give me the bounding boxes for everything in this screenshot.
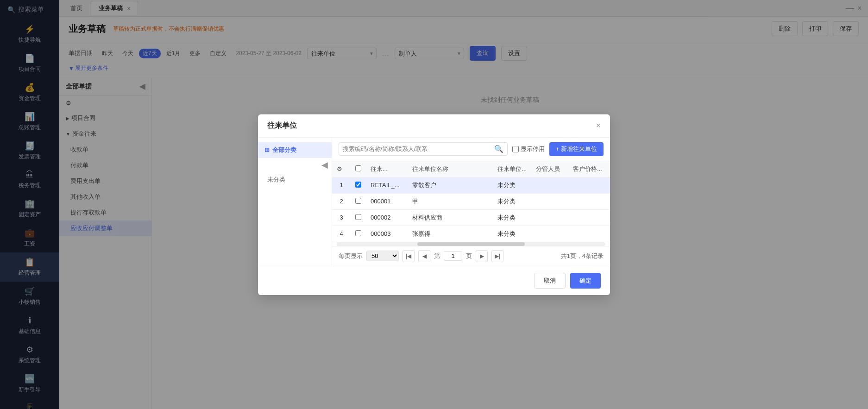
scroll-thumb[interactable]	[417, 242, 525, 246]
modal-cat-all[interactable]: ⊞ 全部分类	[258, 142, 332, 158]
row-code: 000002	[366, 209, 408, 226]
modal-overlay[interactable]: 往来单位 × ⊞ 全部分类 ◀ 未分类	[0, 0, 868, 409]
modal-close-btn[interactable]: ×	[596, 121, 601, 131]
row-checkbox[interactable]	[355, 230, 361, 236]
row-code: RETAIL_...	[366, 177, 408, 193]
page-suffix: 页	[466, 252, 472, 260]
modal-collapse-btn[interactable]: ◀	[321, 160, 328, 170]
row-category: 未分类	[493, 177, 531, 193]
page-label: 第	[434, 252, 440, 260]
table-row[interactable]: 4 000003 张嘉得 未分类	[332, 226, 610, 242]
row-category: 未分类	[493, 193, 531, 209]
row-code: 000003	[366, 226, 408, 242]
page-last-btn[interactable]: ▶|	[491, 250, 503, 262]
select-all-checkbox[interactable]	[355, 165, 361, 171]
modal-title: 往来单位	[267, 121, 297, 131]
page-prev-btn[interactable]: ◀	[418, 250, 430, 262]
horizontal-scrollbar[interactable]	[337, 242, 605, 246]
row-check	[351, 209, 366, 226]
search-wrap: 🔍	[339, 142, 508, 156]
partner-modal: 往来单位 × ⊞ 全部分类 ◀ 未分类	[258, 114, 610, 295]
pagination-bar: 每页显示 50 100 |◀ ◀ 第 页 ▶ ▶| 共1页，4条记录	[332, 246, 610, 266]
row-num: 1	[332, 177, 351, 193]
total-info: 共1页，4条记录	[561, 252, 604, 260]
modal-cat-unclassified[interactable]: 未分类	[258, 172, 332, 188]
row-category: 未分类	[493, 226, 531, 242]
modal-content: 🔍 显示停用 + 新增往来单位 ⚙	[332, 138, 610, 266]
page-first-btn[interactable]: |◀	[403, 250, 415, 262]
row-num: 3	[332, 209, 351, 226]
add-partner-btn[interactable]: + 新增往来单位	[549, 142, 604, 156]
row-person	[531, 226, 568, 242]
col-header-code: 往来...	[366, 161, 408, 177]
row-check	[351, 177, 366, 193]
cancel-button[interactable]: 取消	[534, 273, 566, 289]
show-disabled-wrap: 显示停用	[512, 145, 545, 153]
row-name: 材料供应商	[408, 209, 493, 226]
row-person	[531, 209, 568, 226]
col-header-category: 往来单位...	[493, 161, 531, 177]
modal-header: 往来单位 ×	[258, 114, 610, 138]
modal-table: ⚙ 往来... 往来单位名称 往来单位... 分管人员 客户价格...	[332, 161, 610, 242]
modal-actions: 取消 确定	[258, 266, 610, 295]
per-page-select[interactable]: 50 100	[366, 251, 399, 261]
row-check	[351, 193, 366, 209]
row-price	[568, 209, 610, 226]
modal-body: ⊞ 全部分类 ◀ 未分类 🔍	[258, 138, 610, 266]
row-price	[568, 193, 610, 209]
row-category: 未分类	[493, 209, 531, 226]
row-num: 4	[332, 226, 351, 242]
confirm-button[interactable]: 确定	[570, 273, 601, 289]
row-person	[531, 193, 568, 209]
search-icon: 🔍	[494, 145, 503, 153]
show-disabled-checkbox[interactable]	[512, 146, 519, 152]
row-name: 张嘉得	[408, 226, 493, 242]
page-input[interactable]	[444, 251, 462, 261]
col-header-price: 客户价格...	[568, 161, 610, 177]
table-row[interactable]: 3 000002 材料供应商 未分类	[332, 209, 610, 226]
row-person	[531, 177, 568, 193]
table-row[interactable]: 2 000001 甲 未分类	[332, 193, 610, 209]
row-checkbox[interactable]	[355, 198, 361, 204]
modal-categories: ⊞ 全部分类 ◀ 未分类	[258, 138, 332, 266]
modal-toolbar: 🔍 显示停用 + 新增往来单位	[332, 138, 610, 161]
table-row[interactable]: 1 RETAIL_... 零散客户 未分类	[332, 177, 610, 193]
row-name: 零散客户	[408, 177, 493, 193]
row-checkbox[interactable]	[355, 214, 361, 220]
row-price	[568, 226, 610, 242]
grid-icon: ⊞	[264, 146, 270, 153]
per-page-label: 每页显示	[339, 252, 363, 260]
row-name: 甲	[408, 193, 493, 209]
col-header-name: 往来单位名称	[408, 161, 493, 177]
search-input[interactable]	[343, 145, 491, 152]
row-num: 2	[332, 193, 351, 209]
col-header-check	[351, 161, 366, 177]
row-check	[351, 226, 366, 242]
row-checkbox[interactable]	[355, 182, 361, 188]
page-next-btn[interactable]: ▶	[476, 250, 488, 262]
show-disabled-label: 显示停用	[521, 145, 545, 153]
col-header-person: 分管人员	[531, 161, 568, 177]
row-price	[568, 177, 610, 193]
col-header-settings: ⚙	[332, 161, 351, 177]
row-code: 000001	[366, 193, 408, 209]
